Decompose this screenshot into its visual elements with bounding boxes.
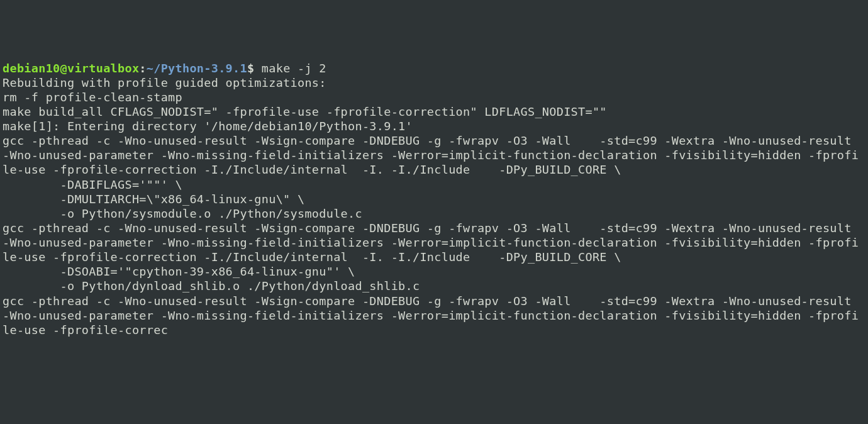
terminal-window[interactable]: debian10@virtualbox:~/Python-3.9.1$ make… [3,61,865,425]
output-line: make[1]: Entering directory '/home/debia… [3,120,413,133]
output-line: -DSOABI='"cpython-39-x86_64-linux-gnu"' … [3,265,355,278]
output-line: -o Python/dynload_shlib.o ./Python/dynlo… [3,279,420,293]
prompt-user-host: debian10@virtualbox [3,62,139,75]
output-line: gcc -pthread -c -Wno-unused-result -Wsig… [3,134,859,176]
output-line: rm -f profile-clean-stamp [3,91,182,104]
prompt-cwd: ~/Python-3.9.1 [147,62,247,75]
output-line: -DMULTIARCH=\"x86_64-linux-gnu\" \ [3,192,304,206]
prompt-separator: : [139,62,146,75]
command-input[interactable]: make -j 2 [262,62,326,75]
output-line: -DABIFLAGS='""' \ [3,178,182,191]
output-line: -o Python/sysmodule.o ./Python/sysmodule… [3,207,362,220]
prompt-dollar: $ [247,62,262,75]
output-line: gcc -pthread -c -Wno-unused-result -Wsig… [3,294,859,337]
output-line: Rebuilding with profile guided optimizat… [3,76,326,89]
prompt-line: debian10@virtualbox:~/Python-3.9.1$ make… [3,62,326,75]
output-line: make build_all CFLAGS_NODIST=" -fprofile… [3,105,607,118]
output-line: gcc -pthread -c -Wno-unused-result -Wsig… [3,221,859,264]
